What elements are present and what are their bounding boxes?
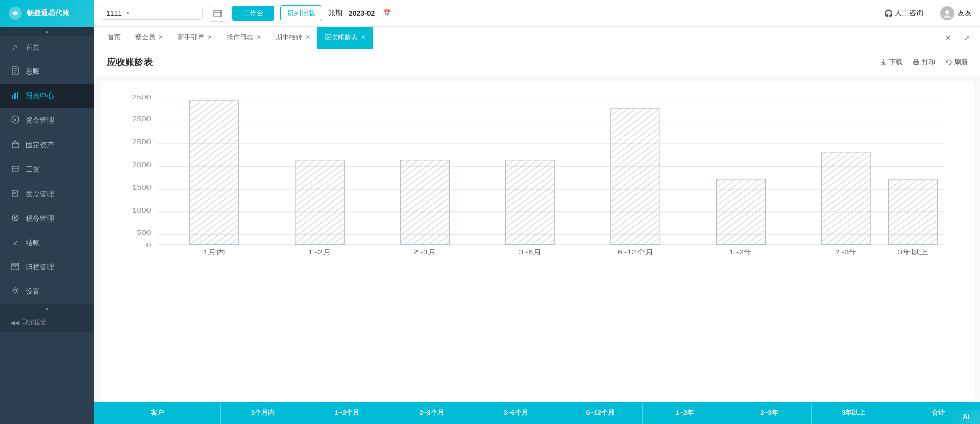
download-button[interactable]: 下载	[880, 58, 902, 67]
tab-label-period-end: 期末结转	[276, 33, 302, 42]
period-value: 2023-02	[349, 9, 375, 17]
tabs-bar: 首页 畅会员 ✕ 新手引导 ✕ 操作日志 ✕ 期末结转 ✕ 应收账龄表 ✕	[94, 27, 980, 49]
svg-rect-56	[506, 160, 555, 245]
svg-text:3~6月: 3~6月	[519, 248, 542, 255]
svg-rect-31	[915, 59, 918, 61]
svg-text:2500: 2500	[132, 115, 151, 123]
ai-label: Ai	[963, 413, 970, 421]
col-total-label: 合计	[932, 408, 945, 417]
consulting-button[interactable]: 🎧 人工咨询	[884, 9, 923, 18]
workbench-button[interactable]: 工作台	[232, 6, 274, 21]
svg-text:¥: ¥	[13, 117, 17, 123]
app-title: 畅捷通易代账	[27, 9, 69, 18]
company-selector[interactable]: 1111 ▼	[101, 7, 203, 20]
sidebar-label-archive: 归档管理	[26, 263, 54, 272]
svg-point-5	[945, 10, 949, 14]
sidebar-item-general-ledger[interactable]: 总账	[0, 59, 94, 84]
tab-period-end[interactable]: 期末结转 ✕	[268, 27, 317, 49]
chevron-down-icon: ▼	[125, 10, 130, 16]
tab-close-member[interactable]: ✕	[158, 34, 163, 41]
tab-label-member: 畅会员	[135, 33, 155, 42]
download-label: 下载	[889, 58, 902, 67]
col-3plus-year: 3年以上	[812, 402, 896, 424]
page-title: 应收账龄表	[107, 56, 153, 68]
col-2-3month-label: 2~3个月	[419, 408, 444, 417]
col-3-6month: 3~6个月	[474, 402, 558, 424]
svg-rect-1	[214, 10, 221, 17]
main-layout: ▲ ⌂ 首页 总账 报表中心 ¥ 资金管理 固定资产	[0, 27, 980, 424]
refresh-button[interactable]: 刷新	[945, 58, 968, 67]
svg-rect-17	[12, 166, 18, 171]
calendar-button[interactable]	[209, 5, 226, 22]
tab-guide[interactable]: 新手引导 ✕	[170, 27, 219, 49]
sidebar-scroll-up[interactable]: ▲	[0, 27, 94, 36]
company-name: 1111	[106, 9, 122, 17]
svg-rect-12	[14, 93, 16, 99]
svg-text:1~2月: 1~2月	[308, 248, 331, 255]
sidebar-item-settings[interactable]: 设置	[0, 279, 94, 304]
switch-version-button[interactable]: 切到旧版	[280, 5, 322, 21]
col-2-3year-label: 2~3年	[760, 408, 778, 417]
sidebar-label-fixed-assets: 固定资产	[26, 140, 54, 150]
pin-icon: ◀◀	[10, 319, 19, 326]
svg-rect-64	[888, 179, 937, 245]
print-icon	[913, 59, 920, 66]
assets-icon	[10, 140, 20, 150]
tab-close-all-button[interactable]: ✕	[941, 31, 955, 45]
sidebar-scroll-down[interactable]: ▼	[0, 304, 94, 313]
sidebar-item-payroll[interactable]: 工资	[0, 157, 94, 182]
svg-text:2~3月: 2~3月	[413, 248, 436, 255]
col-1month-label: 1个月内	[251, 408, 275, 417]
svg-text:1500: 1500	[132, 184, 151, 191]
sidebar-item-reports[interactable]: 报表中心	[0, 84, 94, 108]
sidebar-item-tax[interactable]: 税务管理	[0, 206, 94, 231]
tab-home[interactable]: 首页	[101, 27, 128, 49]
col-6-12month-label: 6~12个月	[586, 408, 615, 417]
sidebar-item-home[interactable]: ⌂ 首页	[0, 36, 94, 59]
user-avatar	[940, 6, 954, 20]
tab-aging[interactable]: 应收账龄表 ✕	[317, 27, 373, 49]
tab-member[interactable]: 畅会员 ✕	[128, 27, 170, 49]
col-1month: 1个月内	[221, 402, 305, 424]
svg-rect-32	[915, 63, 918, 65]
svg-text:2500: 2500	[132, 93, 151, 101]
col-2-3year: 2~3年	[727, 402, 812, 424]
tab-close-guide[interactable]: ✕	[207, 34, 212, 41]
user-area[interactable]: 友友	[940, 6, 972, 20]
consulting-label: 人工咨询	[895, 9, 923, 18]
tab-close-oplog[interactable]: ✕	[256, 34, 261, 41]
sidebar-label-settlement: 结账	[26, 239, 40, 248]
sidebar-item-funds[interactable]: ¥ 资金管理	[0, 108, 94, 133]
svg-text:1~2年: 1~2年	[729, 248, 752, 255]
settlement-icon: ✓	[10, 238, 20, 248]
logo-area: 畅捷通易代账	[0, 0, 94, 27]
chart-container: 0 500 1000 1500 2000 2500 2500 2500	[101, 82, 974, 402]
tab-close-period-end[interactable]: ✕	[305, 34, 310, 41]
tab-oplog[interactable]: 操作日志 ✕	[219, 27, 268, 49]
svg-text:0: 0	[146, 242, 151, 249]
svg-rect-54	[400, 160, 449, 245]
svg-rect-62	[822, 152, 871, 245]
tab-expand-button[interactable]: ⤢	[960, 31, 974, 45]
sidebar-item-settlement[interactable]: ✓ 结账	[0, 231, 94, 255]
svg-rect-19	[12, 190, 17, 196]
print-button[interactable]: 打印	[913, 58, 935, 67]
ai-badge[interactable]: Ai	[952, 410, 980, 424]
svg-text:2500: 2500	[132, 138, 151, 146]
aging-chart: 0 500 1000 1500 2000 2500 2500 2500	[116, 92, 959, 266]
sidebar-item-archive[interactable]: 归档管理	[0, 255, 94, 279]
period-calendar-icon[interactable]: 📅	[383, 9, 391, 17]
archive-icon	[10, 262, 20, 272]
tax-icon	[10, 214, 20, 224]
sidebar-item-fixed-assets[interactable]: 固定资产	[0, 133, 94, 157]
sidebar-label-general-ledger: 总账	[26, 67, 40, 76]
svg-text:2000: 2000	[132, 161, 151, 168]
sidebar-item-invoice[interactable]: 发票管理	[0, 182, 94, 206]
col-1-2year: 1~2年	[643, 402, 727, 424]
settings-icon	[10, 287, 20, 297]
col-1-2year-label: 1~2年	[676, 408, 694, 417]
tab-close-aging[interactable]: ✕	[361, 34, 366, 41]
cancel-fixed-button[interactable]: ◀◀ 取消固定	[0, 313, 94, 332]
col-customer: 客户	[94, 402, 221, 424]
col-2-3month: 2~3个月	[389, 402, 474, 424]
